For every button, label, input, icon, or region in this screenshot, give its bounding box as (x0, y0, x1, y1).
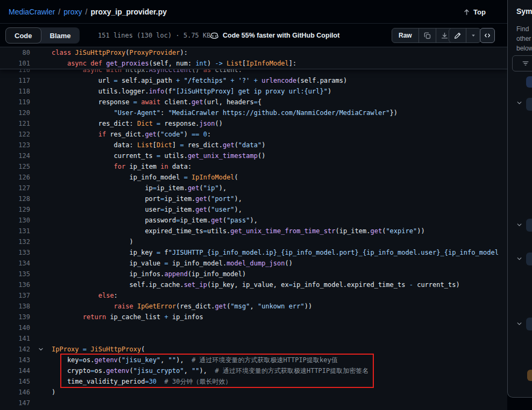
copy-raw-button[interactable] (418, 28, 436, 42)
line-number[interactable]: 124 (0, 150, 30, 161)
line-number[interactable]: 145 (0, 376, 30, 387)
code-line: 101 async def get_proxies(self, num: int… (0, 58, 507, 69)
symbol-item[interactable] (526, 219, 532, 232)
line-number[interactable]: 127 (0, 183, 30, 193)
symbol-group-chevron-icon[interactable] (516, 320, 523, 327)
code-line: 122 if res_dict.get("code") == 0: (0, 129, 507, 140)
code-text: utils.logger.info(f"[JiSuHttpProxy] get … (52, 86, 331, 97)
line-number[interactable]: 134 (0, 258, 30, 269)
edit-file-button[interactable] (449, 28, 466, 42)
code-line: 133 ip_key = f"JISUHTTP_{ip_info_model.i… (0, 247, 507, 258)
line-number[interactable]: 120 (0, 107, 30, 118)
breadcrumb-folder-link[interactable]: proxy (63, 8, 82, 16)
breadcrumb-repo-link[interactable]: MediaCrawler (9, 8, 55, 16)
symbol-group-chevron-icon[interactable] (516, 99, 523, 106)
code-text: ip_key = f"JISUHTTP_{ip_info_model.ip}_{… (52, 247, 499, 258)
line-number[interactable]: 128 (0, 193, 30, 204)
fold-column (30, 247, 52, 258)
arrow-up-icon (463, 8, 471, 16)
line-number[interactable]: 136 (0, 279, 30, 290)
raw-button[interactable]: Raw (392, 28, 418, 42)
symbol-group-chevron-icon[interactable] (516, 255, 523, 262)
line-number[interactable]: 143 (0, 355, 30, 365)
copilot-banner-label: Code 55% faster with GitHub Copilot (223, 32, 339, 39)
copilot-banner[interactable]: Code 55% faster with GitHub Copilot (210, 27, 339, 44)
line-number[interactable]: 142 (0, 344, 30, 355)
line-number[interactable]: 131 (0, 226, 30, 236)
code-line: 145 time_validity_period=30 # 30分钟（最长时效） (0, 376, 507, 387)
line-number[interactable]: 117 (0, 75, 30, 86)
fold-column (30, 398, 52, 408)
line-number[interactable]: 144 (0, 365, 30, 376)
fold-column (30, 172, 52, 183)
line-number[interactable]: 101 (0, 58, 30, 69)
code-text: ip_value = ip_info_model.model_dump_json… (52, 258, 293, 269)
symbol-item[interactable] (526, 253, 532, 265)
fold-column (30, 236, 52, 247)
code-line: 136 self.ip_cache.set_ip(ip_key, ip_valu… (0, 279, 507, 290)
code-line: 147 (0, 398, 507, 408)
file-meta-info: 151 lines (130 loc) · 5.75 KB (98, 27, 211, 44)
line-number[interactable]: 138 (0, 301, 30, 312)
tab-code[interactable]: Code (5, 27, 41, 44)
code-text: password=ip_item.get("pass"), (52, 215, 258, 226)
symbol-item[interactable] (526, 76, 532, 88)
line-number[interactable]: 130 (0, 215, 30, 226)
code-line: 141 (0, 333, 507, 344)
code-line: 123 data: List[Dict] = res_dict.get("dat… (0, 140, 507, 150)
code-line: 128 port=ip_item.get("port"), (0, 193, 507, 204)
fold-column (30, 183, 52, 193)
code-line: 80class JiSuHttpProxy(ProxyProvider): (0, 47, 507, 58)
line-number[interactable]: 118 (0, 86, 30, 97)
edit-button-group (449, 28, 481, 43)
filter-icon (522, 60, 529, 67)
symbol-group-chevron-icon[interactable] (516, 221, 523, 228)
code-viewer: 116 async with httpx.AsyncClient() as cl… (0, 47, 507, 410)
code-text: crypto=os.getenv("jisu_crypto", ""), # 通… (52, 365, 368, 376)
code-line: 140 (0, 322, 507, 333)
line-number[interactable]: 122 (0, 129, 30, 140)
code-text: class JiSuHttpProxy(ProxyProvider): (52, 47, 188, 58)
tab-blame[interactable]: Blame (41, 27, 80, 44)
line-number[interactable]: 147 (0, 398, 30, 408)
code-line: 130 password=ip_item.get("pass"), (0, 215, 507, 226)
edit-dropdown-button[interactable] (466, 28, 480, 42)
breadcrumb: MediaCrawler / proxy / proxy_ip_provider… (0, 0, 507, 24)
line-number[interactable]: 125 (0, 161, 30, 172)
fold-column (30, 215, 52, 226)
code-brackets-icon (484, 32, 491, 39)
fold-column (30, 279, 52, 290)
code-line: 120 "User-Agent": "MediaCrawler https://… (0, 107, 507, 118)
line-number[interactable]: 135 (0, 269, 30, 279)
line-number[interactable]: 119 (0, 97, 30, 107)
line-number[interactable]: 129 (0, 204, 30, 215)
line-number[interactable]: 132 (0, 236, 30, 247)
line-number[interactable]: 126 (0, 172, 30, 183)
line-number[interactable]: 121 (0, 118, 30, 129)
line-number[interactable]: 141 (0, 333, 30, 344)
fold-chevron-icon[interactable] (30, 344, 52, 355)
symbols-filter-input[interactable] (512, 55, 532, 71)
code-text: ip_infos.append(ip_info_model) (52, 269, 246, 279)
scroll-to-top-button[interactable]: Top (463, 0, 486, 24)
code-line: 127 ip=ip_item.get("ip"), (0, 183, 507, 193)
fold-column (30, 140, 52, 150)
symbol-item[interactable] (526, 98, 532, 111)
line-number[interactable]: 133 (0, 247, 30, 258)
code-line: 137 else: (0, 290, 507, 301)
symbol-item-highlighted[interactable] (527, 370, 532, 381)
symbols-panel-toggle-button[interactable] (480, 28, 495, 43)
fold-column (30, 75, 52, 86)
code-text: ip=ip_item.get("ip"), (52, 183, 226, 193)
line-number[interactable]: 146 (0, 387, 30, 398)
line-number[interactable]: 123 (0, 140, 30, 150)
code-line: 135 ip_infos.append(ip_info_model) (0, 269, 507, 279)
symbol-item[interactable] (526, 318, 532, 330)
line-number[interactable]: 137 (0, 290, 30, 301)
code-line: 131 expired_time_ts=utils.get_unix_time_… (0, 226, 507, 236)
line-number[interactable]: 139 (0, 312, 30, 322)
fold-column (30, 333, 52, 344)
line-number[interactable]: 140 (0, 322, 30, 333)
line-number[interactable]: 80 (0, 47, 30, 58)
fold-column (30, 312, 52, 322)
